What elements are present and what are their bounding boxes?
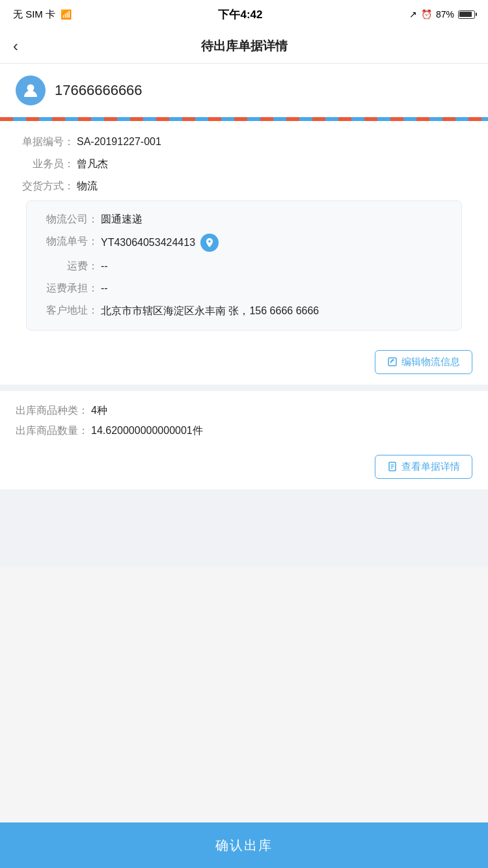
status-right: ↗ ⏰ 87% [409, 9, 475, 20]
logistics-tracking-row: 物流单号： YT43064053424413 [40, 234, 448, 252]
back-button[interactable]: ‹ [8, 32, 23, 61]
delivery-label: 交货方式： [16, 178, 74, 194]
tracking-number-text: YT43064053424413 [101, 235, 195, 251]
svg-point-0 [27, 85, 34, 92]
status-left: 无 SIM 卡 📶 [13, 8, 72, 21]
logistics-company-value: 圆通速递 [101, 211, 448, 227]
logistics-company-row: 物流公司： 圆通速递 [40, 211, 448, 227]
goods-types-value: 4种 [91, 404, 472, 418]
view-detail-label: 查看单据详情 [401, 461, 460, 473]
goods-section: 出库商品种类： 4种 出库商品数量： 14.620000000000001件 [0, 391, 488, 455]
customer-phone: 17666666666 [55, 82, 142, 99]
location-service-icon: ↗ [409, 9, 417, 20]
wifi-icon: 📶 [61, 9, 72, 20]
order-number-row: 单据编号： SA-20191227-001 [16, 134, 472, 150]
freight-bearer-value: -- [101, 280, 448, 296]
freight-value: -- [101, 258, 448, 274]
agent-label: 业务员： [16, 156, 74, 172]
order-info-section: 单据编号： SA-20191227-001 业务员： 曾凡杰 交货方式： 物流 … [0, 121, 488, 341]
freight-row: 运费： -- [40, 258, 448, 274]
view-detail-row: 查看单据详情 [0, 455, 488, 489]
logistics-tracking-label: 物流单号： [40, 234, 98, 249]
section-divider [0, 385, 488, 391]
order-number-label: 单据编号： [16, 134, 74, 150]
customer-section: 17666666666 [0, 64, 488, 117]
carrier-text: 无 SIM 卡 [13, 8, 55, 21]
freight-label: 运费： [40, 258, 98, 274]
alarm-icon: ⏰ [421, 9, 432, 20]
svg-rect-1 [388, 358, 396, 366]
delivery-value: 物流 [77, 178, 472, 194]
freight-bearer-label: 运费承担： [40, 280, 98, 296]
status-time: 下午4:42 [218, 7, 262, 22]
goods-types-row: 出库商品种类： 4种 [16, 404, 472, 418]
goods-quantity-row: 出库商品数量： 14.620000000000001件 [16, 424, 472, 438]
document-icon [387, 461, 398, 472]
address-label: 客户地址： [40, 303, 98, 318]
confirm-button-bar[interactable]: 确认出库 [0, 822, 488, 868]
goods-quantity-value: 14.620000000000001件 [91, 424, 472, 438]
avatar [16, 75, 46, 105]
battery-text: 87% [436, 9, 454, 20]
battery-indicator [458, 10, 475, 19]
tracking-location-button[interactable] [200, 234, 219, 252]
edit-icon [387, 357, 398, 367]
logistics-tracking-value: YT43064053424413 [101, 234, 448, 252]
freight-bearer-row: 运费承担： -- [40, 280, 448, 296]
order-number-value: SA-20191227-001 [77, 134, 472, 150]
status-bar: 无 SIM 卡 📶 下午4:42 ↗ ⏰ 87% [0, 0, 488, 29]
agent-value: 曾凡杰 [77, 156, 472, 172]
address-row: 客户地址： 北京市市辖区海淀区永丰南 张，156 6666 6666 [40, 303, 448, 319]
edit-btn-row: 编辑物流信息 [0, 341, 488, 385]
page-title: 待出库单据详情 [201, 38, 288, 55]
address-value: 北京市市辖区海淀区永丰南 张，156 6666 6666 [101, 303, 448, 319]
logistics-card: 物流公司： 圆通速递 物流单号： YT43064053424413 运费： -- [26, 200, 462, 331]
goods-types-label: 出库商品种类： [16, 404, 88, 418]
agent-row: 业务员： 曾凡杰 [16, 156, 472, 172]
edit-logistics-label: 编辑物流信息 [401, 356, 460, 368]
bottom-space [0, 489, 488, 567]
edit-logistics-button[interactable]: 编辑物流信息 [375, 350, 472, 374]
delivery-row: 交货方式： 物流 [16, 178, 472, 194]
logistics-company-label: 物流公司： [40, 211, 98, 227]
nav-bar: ‹ 待出库单据详情 [0, 29, 488, 64]
confirm-button-label: 确认出库 [215, 837, 273, 854]
goods-quantity-label: 出库商品数量： [16, 424, 88, 438]
view-detail-button[interactable]: 查看单据详情 [375, 455, 472, 479]
